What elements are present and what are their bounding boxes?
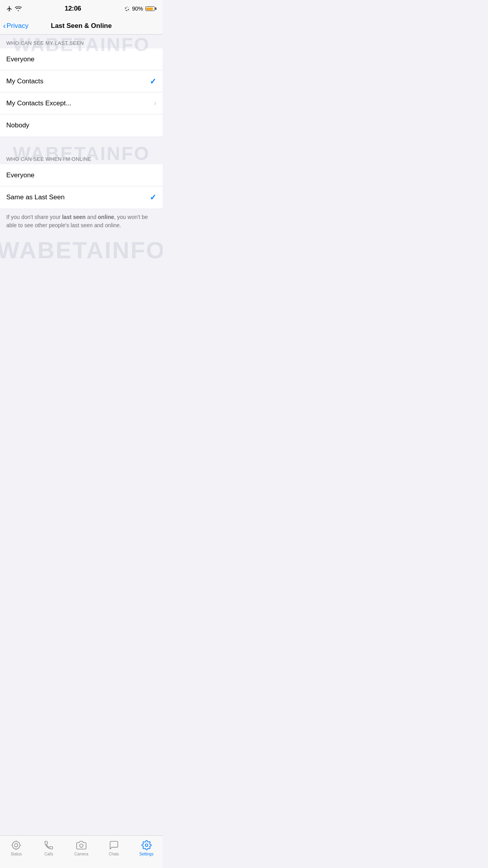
list-item-everyone-last[interactable]: Everyone [0, 48, 163, 70]
list-item-my-contacts-except-last[interactable]: My Contacts Except... › [0, 92, 163, 114]
status-bar-right: 90% [124, 6, 156, 12]
chevron-right-icon: › [154, 99, 156, 107]
page-title: Last Seen & Online [51, 22, 112, 30]
info-text: If you don't share your last seen and on… [0, 208, 163, 234]
list-item-everyone-online[interactable]: Everyone [0, 164, 163, 186]
section-online-header: WHO CAN SEE WHEN I'M ONLINE [0, 151, 163, 164]
checkmark-icon: ✓ [150, 77, 156, 86]
list-item-same-as-last-seen[interactable]: Same as Last Seen ✓ [0, 186, 163, 208]
list-item-nobody-last[interactable]: Nobody [0, 114, 163, 136]
info-bold-last-seen: last seen [62, 214, 86, 220]
battery-icon [145, 6, 156, 11]
airplane-icon [6, 6, 13, 12]
item-label: My Contacts Except... [6, 99, 71, 107]
section-online: WHO CAN SEE WHEN I'M ONLINE Everyone Sam… [0, 151, 163, 208]
info-bold-online: online [98, 214, 114, 220]
section-last-seen: WHO CAN SEE MY LAST SEEN Everyone My Con… [0, 35, 163, 136]
item-label: Nobody [6, 121, 29, 129]
wifi-icon [15, 6, 22, 11]
list-item-my-contacts-last[interactable]: My Contacts ✓ [0, 70, 163, 92]
item-label: My Contacts [6, 77, 43, 85]
status-bar-left [6, 6, 22, 12]
info-text-prefix: If you don't share your [6, 214, 62, 220]
back-label: Privacy [7, 22, 29, 30]
section-gap [0, 136, 163, 151]
item-label: Everyone [6, 55, 35, 63]
checkmark-icon: ✓ [150, 193, 156, 202]
back-chevron-icon: ‹ [3, 22, 6, 29]
item-label: Same as Last Seen [6, 193, 64, 201]
empty-space [0, 274, 163, 352]
back-button[interactable]: ‹ Privacy [3, 22, 28, 30]
nav-header: ‹ Privacy Last Seen & Online [0, 17, 163, 35]
info-text-mid: and [86, 214, 98, 220]
content-area: WHO CAN SEE MY LAST SEEN Everyone My Con… [0, 35, 163, 385]
status-bar: 12:06 90% [0, 0, 163, 17]
item-label: Everyone [6, 171, 35, 179]
status-time: 12:06 [64, 5, 81, 13]
watermark-bottom: WABetaInfo [0, 238, 163, 262]
orientation-lock-icon [124, 6, 130, 11]
section-last-seen-body: Everyone My Contacts ✓ My Contacts Excep… [0, 48, 163, 136]
page-wrapper: 12:06 90% ‹ Privacy Last Seen & Online W… [0, 0, 163, 385]
section-online-body: Everyone Same as Last Seen ✓ [0, 164, 163, 208]
battery-percent: 90% [132, 6, 143, 12]
section-last-seen-header: WHO CAN SEE MY LAST SEEN [0, 35, 163, 48]
